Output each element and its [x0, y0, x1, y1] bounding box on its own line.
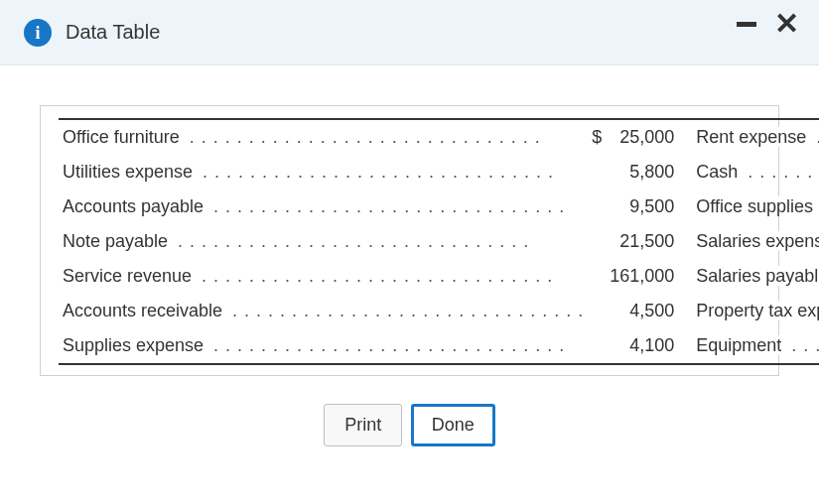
currency-symbol: [588, 259, 606, 294]
account-label: Accounts payable: [59, 189, 588, 224]
account-label: Office furniture: [59, 119, 588, 155]
dialog-body: Office furniture$25,000Rent expense$32,0…: [0, 65, 819, 466]
currency-symbol: [588, 224, 606, 259]
account-label: Salaries expense: [692, 224, 819, 259]
table-row: Note payable21,500Salaries expense35,000: [59, 224, 819, 259]
account-label: Equipment: [692, 328, 819, 364]
amount: 5,800: [606, 155, 692, 189]
table-row: Supplies expense4,100Equipment41,000: [59, 328, 819, 364]
account-label: Property tax expense: [692, 294, 819, 328]
accounts-table: Office furniture$25,000Rent expense$32,0…: [59, 118, 819, 365]
amount: 161,000: [606, 259, 692, 294]
account-label: Office supplies: [692, 189, 819, 224]
dialog-title: Data Table: [66, 21, 160, 44]
table-row: Office furniture$25,000Rent expense$32,0…: [59, 119, 819, 155]
amount: 25,000: [606, 119, 692, 155]
account-label: Salaries payable: [692, 259, 819, 294]
currency-symbol: $: [588, 119, 606, 155]
data-table-container: Office furniture$25,000Rent expense$32,0…: [40, 105, 779, 376]
table-row: Accounts payable9,500Office supplies1,20…: [59, 189, 819, 224]
currency-symbol: [588, 155, 606, 189]
button-row: Print Done: [40, 404, 779, 446]
dialog-header: i Data Table ✕: [0, 0, 819, 65]
table-row: Accounts receivable4,500Property tax exp…: [59, 294, 819, 328]
amount: 4,100: [606, 328, 692, 364]
account-label: Cash: [692, 155, 819, 189]
close-icon[interactable]: ✕: [774, 14, 799, 34]
account-label: Note payable: [59, 224, 588, 259]
account-label: Accounts receivable: [59, 294, 588, 328]
table-row: Service revenue161,000Salaries payable1,…: [59, 259, 819, 294]
amount: 4,500: [606, 294, 692, 328]
currency-symbol: [588, 328, 606, 364]
account-label: Service revenue: [59, 259, 588, 294]
currency-symbol: [588, 294, 606, 328]
amount: 9,500: [606, 189, 692, 224]
account-label: Utilities expense: [59, 155, 588, 189]
print-button[interactable]: Print: [324, 404, 402, 446]
minimize-icon[interactable]: [737, 22, 756, 27]
account-label: Rent expense: [692, 119, 819, 155]
table-row: Utilities expense5,800Cash17,700: [59, 155, 819, 189]
done-button[interactable]: Done: [411, 404, 495, 446]
account-label: Supplies expense: [59, 328, 588, 364]
window-controls: ✕: [737, 14, 799, 34]
amount: 21,500: [606, 224, 692, 259]
info-icon: i: [24, 19, 52, 47]
currency-symbol: [588, 189, 606, 224]
